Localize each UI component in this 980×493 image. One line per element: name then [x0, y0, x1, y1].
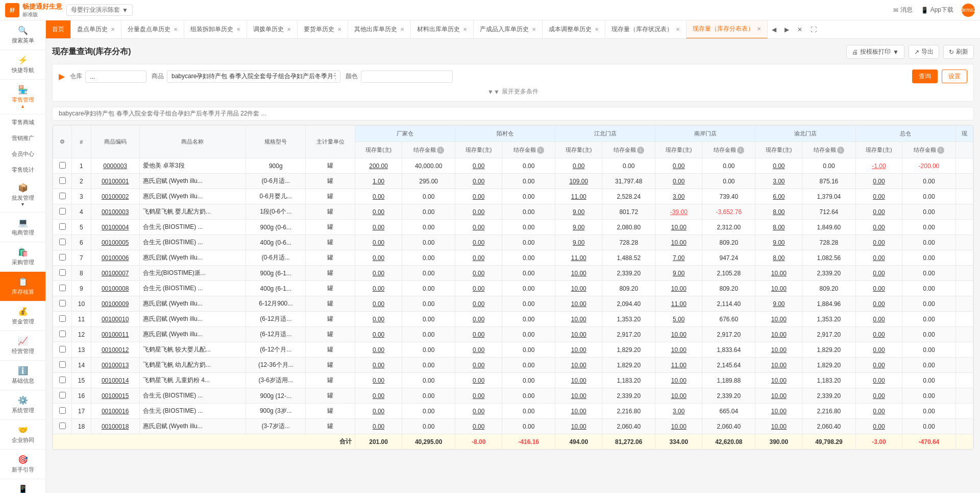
row-jb-qty[interactable]: 10.00	[555, 342, 602, 358]
row-cjc-qty[interactable]: 0.00	[355, 327, 402, 342]
row-mcc-qty[interactable]: 0.00	[455, 388, 502, 404]
row-zc-qty[interactable]: 0.00	[855, 327, 902, 342]
row-checkbox[interactable]	[53, 373, 72, 388]
row-checkbox[interactable]	[53, 419, 72, 434]
row-yb-qty[interactable]: 10.00	[755, 342, 802, 358]
row-code[interactable]: 00100014	[91, 373, 139, 388]
row-zc-qty[interactable]: 0.00	[855, 220, 902, 235]
sidebar-item-marketing[interactable]: 营销推广	[0, 130, 45, 146]
tab-close-icon[interactable]: ✕	[532, 27, 536, 32]
row-yb-qty[interactable]: 10.00	[755, 312, 802, 327]
tab-nav-next[interactable]: ▶	[780, 20, 793, 39]
row-code[interactable]: 00100004	[91, 220, 139, 235]
row-mcc-qty[interactable]: 0.00	[455, 220, 502, 235]
sidebar-item-basics[interactable]: ℹ️ 基础信息	[0, 361, 45, 390]
row-na-qty[interactable]: -39.00	[655, 204, 702, 220]
row-cjc-qty[interactable]: 0.00	[355, 235, 402, 250]
sidebar-item-finance[interactable]: 💰 资金管理	[0, 301, 45, 331]
row-yb-qty[interactable]: 10.00	[755, 281, 802, 296]
row-zc-qty[interactable]: 0.00	[855, 235, 902, 250]
row-na-qty[interactable]: 10.00	[655, 327, 702, 342]
row-zc-qty[interactable]: 0.00	[855, 266, 902, 281]
row-checkbox[interactable]	[53, 404, 72, 419]
row-mcc-qty[interactable]: 0.00	[455, 312, 502, 327]
info-icon[interactable]: i	[937, 147, 944, 154]
row-na-qty[interactable]: 0.00	[655, 158, 702, 174]
row-jb-qty[interactable]: 10.00	[555, 404, 602, 419]
messages-btn[interactable]: ✉ 消息	[893, 6, 913, 14]
row-yb-qty[interactable]: 10.00	[755, 266, 802, 281]
query-btn[interactable]: 查询	[912, 69, 938, 83]
row-yb-qty[interactable]: 6.00	[755, 189, 802, 204]
row-checkbox[interactable]	[53, 358, 72, 373]
row-code[interactable]: 00100006	[91, 250, 139, 266]
row-mcc-qty[interactable]: 0.00	[455, 419, 502, 434]
row-cjc-qty[interactable]: 0.00	[355, 250, 402, 266]
row-jb-qty[interactable]: 10.00	[555, 266, 602, 281]
row-jb-qty[interactable]: 10.00	[555, 281, 602, 296]
row-code[interactable]: 00100001	[91, 174, 139, 189]
row-mcc-qty[interactable]: 0.00	[455, 174, 502, 189]
row-code[interactable]: 00100013	[91, 358, 139, 373]
info-icon[interactable]: i	[837, 147, 844, 154]
tab-close-icon[interactable]: ✕	[757, 26, 761, 32]
sidebar-item-retail-stats[interactable]: 零售统计	[0, 162, 45, 178]
row-yb-qty[interactable]: 10.00	[755, 327, 802, 342]
sidebar-item-operations[interactable]: 📈 经营管理	[0, 331, 45, 361]
row-na-qty[interactable]: 10.00	[655, 373, 702, 388]
row-code[interactable]: 00100012	[91, 342, 139, 358]
row-jb-qty[interactable]: 10.00	[555, 419, 602, 434]
row-cjc-qty[interactable]: 0.00	[355, 312, 402, 327]
row-code[interactable]: 00100011	[91, 327, 139, 342]
settings-btn[interactable]: 设置	[942, 69, 967, 83]
row-mcc-qty[interactable]: 0.00	[455, 296, 502, 312]
expand-conditions[interactable]: ▼▼ 展开更多条件	[59, 87, 967, 96]
row-jb-qty[interactable]: 10.00	[555, 388, 602, 404]
info-icon[interactable]: i	[437, 147, 444, 154]
sidebar-item-system[interactable]: ⚙️ 系统管理	[0, 390, 45, 420]
row-zc-qty[interactable]: 0.00	[855, 358, 902, 373]
row-mcc-qty[interactable]: 0.00	[455, 266, 502, 281]
row-yb-qty[interactable]: 10.00	[755, 358, 802, 373]
tab-close-icon[interactable]: ✕	[595, 27, 599, 32]
user-menu[interactable]: demo2	[962, 4, 975, 17]
row-cjc-qty[interactable]: 0.00	[355, 204, 402, 220]
sidebar-item-purchase[interactable]: 🛍️ 采购管理	[0, 242, 45, 272]
tab-material-outstock[interactable]: 材料出库单历史 ✕	[411, 20, 474, 39]
row-cjc-qty[interactable]: 0.00	[355, 266, 402, 281]
row-code[interactable]: 00100018	[91, 419, 139, 434]
info-icon[interactable]: i	[737, 147, 744, 154]
refresh-btn[interactable]: ↻ 刷新	[943, 45, 974, 59]
row-na-qty[interactable]: 10.00	[655, 388, 702, 404]
row-jb-qty[interactable]: 0.00	[555, 158, 602, 174]
row-jb-qty[interactable]: 10.00	[555, 296, 602, 312]
row-mcc-qty[interactable]: 0.00	[455, 327, 502, 342]
sidebar-item-inventory[interactable]: 📋 库存核算	[0, 272, 45, 301]
tab-assembly[interactable]: 组装拆卸单历史 ✕	[184, 20, 247, 39]
row-code[interactable]: 00100009	[91, 296, 139, 312]
row-na-qty[interactable]: 10.00	[655, 281, 702, 296]
tab-close-icon[interactable]: ✕	[463, 27, 467, 32]
row-mcc-qty[interactable]: 0.00	[455, 250, 502, 266]
row-zc-qty[interactable]: 0.00	[855, 250, 902, 266]
row-cjc-qty[interactable]: 0.00	[355, 342, 402, 358]
row-jb-qty[interactable]: 109.00	[555, 174, 602, 189]
row-na-qty[interactable]: 10.00	[655, 220, 702, 235]
tab-close-all[interactable]: ✕	[793, 20, 806, 39]
row-checkbox[interactable]	[53, 235, 72, 250]
row-code[interactable]: 00100002	[91, 189, 139, 204]
row-code[interactable]: 0000003	[91, 158, 139, 174]
row-cjc-qty[interactable]: 0.00	[355, 404, 402, 419]
sidebar-item-appstore[interactable]: 📱 应用中心	[0, 479, 45, 493]
tab-stock-status[interactable]: 现存量（库存状况表） ✕	[605, 20, 687, 39]
row-na-qty[interactable]: 10.00	[655, 419, 702, 434]
row-zc-qty[interactable]: 0.00	[855, 388, 902, 404]
tab-inventory-count[interactable]: 盘点单历史 ✕	[71, 20, 121, 39]
row-jb-qty[interactable]: 9.00	[555, 235, 602, 250]
row-jb-qty[interactable]: 10.00	[555, 312, 602, 327]
row-code[interactable]: 00100010	[91, 312, 139, 327]
tab-fullscreen[interactable]: ⛶	[806, 20, 821, 39]
row-cjc-qty[interactable]: 0.00	[355, 358, 402, 373]
row-checkbox[interactable]	[53, 327, 72, 342]
row-checkbox[interactable]	[53, 342, 72, 358]
